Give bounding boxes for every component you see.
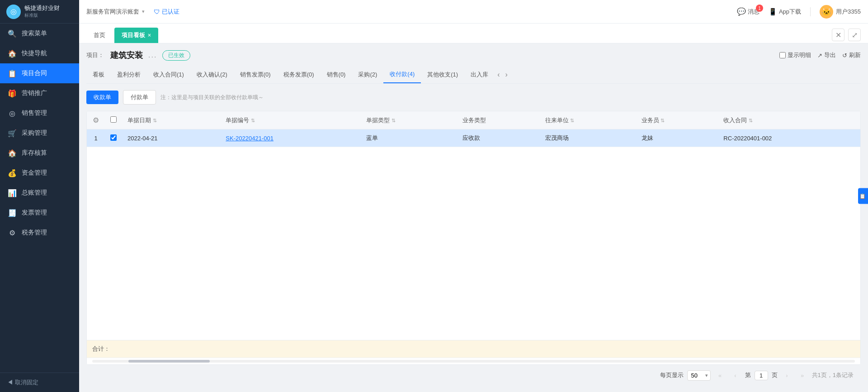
current-page-input[interactable]: 1 [755, 371, 768, 380]
sidebar-item-shortcut[interactable]: 🏠 快捷导航 [0, 43, 79, 63]
payment-order-tab[interactable]: 付款单 [123, 90, 156, 105]
sidebar-label-funds: 资金管理 [22, 169, 47, 177]
sub-tab-next-arrow[interactable]: › [502, 67, 510, 82]
sort-date-icon[interactable]: ⇅ [153, 118, 157, 123]
sidebar-item-sales[interactable]: ◎ 销售管理 [0, 103, 79, 123]
project-title: 建筑安装 [110, 50, 143, 61]
tab-project-board[interactable]: 项目看板 × [114, 28, 158, 43]
sidebar-label-invoice: 发票管理 [22, 209, 47, 217]
sort-partner-icon[interactable]: ⇅ [570, 118, 574, 123]
scrollbar-thumb [128, 360, 210, 363]
select-all-checkbox[interactable] [110, 116, 117, 123]
th-partner-label: 往来单位 [545, 117, 569, 124]
row-income-contract: RC-20220401-002 [718, 129, 860, 147]
last-page-button[interactable]: » [797, 369, 808, 381]
sort-salesperson-icon[interactable]: ⇅ [660, 118, 665, 123]
page-size-select[interactable]: 50 10 20 100 [687, 370, 711, 381]
receipt-toolbar: 收款单 付款单 注：这里是与项目关联的全部收付款单哦～ [86, 90, 861, 105]
row-partner: 宏茂商场 [540, 129, 636, 147]
sub-tab-tax-invoice[interactable]: 税务发票(0) [277, 67, 321, 83]
sub-tab-kanban[interactable]: 看板 [86, 67, 111, 83]
sub-tabs: 看板 盈利分析 收入合同(1) 收入确认(2) 销售发票(0) 税务发票(0) … [86, 66, 861, 84]
sort-number-icon[interactable]: ⇅ [251, 118, 255, 123]
sidebar-item-funds[interactable]: 💰 资金管理 [0, 163, 79, 183]
row-checkbox[interactable] [110, 134, 117, 141]
row-number-link[interactable]: SK-20220421-001 [226, 135, 274, 142]
unpin-button[interactable]: ◀ 取消固定 [0, 373, 79, 392]
tab-home[interactable]: 首页 [86, 28, 113, 43]
sidebar-item-purchase[interactable]: 🛒 采购管理 [0, 123, 79, 143]
sidebar-icon-ledger: 📊 [7, 188, 17, 198]
sub-tab-purchase[interactable]: 采购(2) [352, 67, 383, 83]
user-menu[interactable]: 🐱 用户3355 [820, 5, 861, 19]
show-detail-checkbox-item[interactable]: 显示明细 [779, 51, 811, 59]
sub-tab-income-contract[interactable]: 收入合同(1) [147, 67, 190, 83]
sidebar-item-ledger[interactable]: 📊 总账管理 [0, 183, 79, 203]
account-selector[interactable]: 新服务官网演示账套 ▾ [86, 8, 145, 16]
sidebar-icon-shortcut: 🏠 [7, 48, 17, 58]
sort-income-contract-icon[interactable]: ⇅ [749, 118, 753, 123]
account-dropdown-arrow: ▾ [142, 9, 145, 14]
sub-tab-sales[interactable]: 销售(0) [321, 67, 352, 83]
row-type: 蓝单 [361, 129, 457, 147]
sidebar-item-tax[interactable]: ⚙ 税务管理 [0, 223, 79, 243]
sub-tab-profit[interactable]: 盈利分析 [111, 67, 147, 83]
th-number: 单据编号 ⇅ [220, 111, 361, 129]
sub-tab-income-confirm[interactable]: 收入确认(2) [190, 67, 234, 83]
table-footer: 合计： [87, 340, 860, 358]
tab-close-icon[interactable]: × [148, 32, 151, 38]
receipt-order-tab[interactable]: 收款单 [86, 91, 118, 104]
sidebar-label-search: 搜索菜单 [22, 29, 47, 38]
content-area: 项目： 建筑安装 ... 已生效 显示明细 ↗ 导出 ↺ 刷新 [79, 43, 868, 392]
sidebar-icon-tax: ⚙ [7, 228, 17, 238]
sidebar-label-ledger: 总账管理 [22, 189, 47, 197]
sort-type-icon[interactable]: ⇅ [392, 118, 396, 123]
sidebar-item-inventory[interactable]: 🏠 库存核算 [0, 143, 79, 163]
tab-project-board-label: 项目看板 [122, 31, 145, 39]
message-icon: 💬 [737, 7, 746, 16]
show-detail-checkbox[interactable] [779, 52, 786, 58]
prev-page-button[interactable]: ‹ [730, 369, 741, 381]
right-panel-tab[interactable]: 📋 [858, 188, 868, 204]
fullscreen-button[interactable]: ⤢ [848, 29, 861, 41]
refresh-icon: ↺ [842, 52, 847, 59]
page-prefix: 第 [745, 371, 751, 379]
sub-tab-receipt[interactable]: 收付款(4) [383, 66, 421, 83]
topbar: 新服务官网演示账套 ▾ 🛡 已认证 💬 消息 1 📱 App下载 🐱 用户335… [79, 0, 868, 24]
export-button[interactable]: ↗ 导出 [817, 51, 836, 59]
column-settings-icon[interactable]: ⚙ [93, 116, 99, 124]
row-date: 2022-04-21 [122, 129, 220, 147]
sidebar-icon-invoice: 🧾 [7, 208, 17, 218]
first-page-button[interactable]: « [714, 369, 726, 381]
table-scrollbar[interactable] [87, 358, 860, 364]
sidebar-item-invoice[interactable]: 🧾 发票管理 [0, 203, 79, 223]
sub-tab-warehouse[interactable]: 出入库 [464, 67, 495, 83]
sidebar-label-sales: 销售管理 [22, 109, 47, 117]
page-size-label: 每页显示 [660, 371, 684, 379]
app-download-button[interactable]: 📱 App下载 [769, 8, 801, 16]
table-row[interactable]: 1 2022-04-21 SK-20220421-001 蓝单 应收款 宏茂商场… [87, 129, 860, 147]
table-scroll-area[interactable]: ⚙ 单据日期 ⇅ 单据编号 ⇅ [87, 111, 860, 340]
th-date: 单据日期 ⇅ [122, 111, 220, 129]
close-window-button[interactable]: ✕ [832, 29, 844, 41]
project-more-button[interactable]: ... [148, 51, 157, 59]
toolbar-note: 注：这里是与项目关联的全部收付款单哦～ [160, 94, 264, 101]
refresh-button[interactable]: ↺ 刷新 [842, 51, 861, 59]
row-number[interactable]: SK-20220421-001 [220, 129, 361, 147]
next-page-button[interactable]: › [781, 369, 793, 381]
th-date-label: 单据日期 [127, 117, 151, 124]
sidebar-item-project[interactable]: 📋 项目合同 [0, 63, 79, 83]
message-badge: 1 [756, 5, 763, 12]
sidebar-item-search[interactable]: 🔍 搜索菜单 [0, 24, 79, 43]
sub-tab-other-expense[interactable]: 其他收支(1) [421, 67, 464, 83]
tab-home-label: 首页 [94, 31, 105, 39]
message-button[interactable]: 💬 消息 1 [737, 7, 760, 16]
sidebar-label-marketing: 营销推广 [22, 89, 47, 97]
sidebar-item-marketing[interactable]: 🎁 营销推广 [0, 83, 79, 103]
sub-tab-prev-arrow[interactable]: ‹ [495, 67, 502, 82]
sub-tab-sales-invoice[interactable]: 销售发票(0) [234, 67, 277, 83]
th-type: 单据类型 ⇅ [361, 111, 457, 129]
page-suffix: 页 [772, 371, 778, 379]
tab-bar: 首页 项目看板 × ✕ ⤢ [79, 24, 868, 43]
row-checkbox-cell[interactable] [105, 129, 122, 147]
